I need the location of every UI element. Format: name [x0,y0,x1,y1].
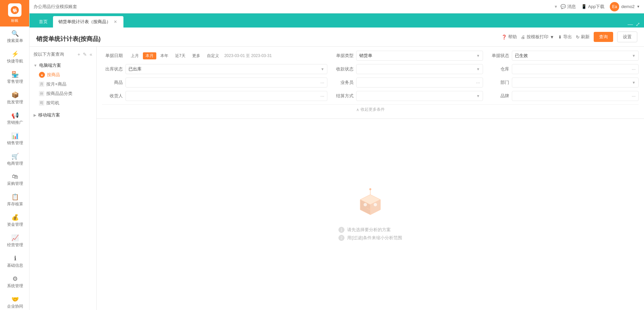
left-panel-icons: + ✎ « [77,52,92,57]
nav-icon-10: 📈 [11,234,19,242]
filter-brand-control[interactable]: ··· [512,91,639,101]
filter-doc-type-control[interactable]: 销货单 ▼ [356,51,483,61]
right-panel: 单据日期 上月本月本年近7天更多自定义 2023-03-01 至 2023-03… [97,47,644,310]
sidebar-item-4[interactable]: 📢营销推广 [6,108,23,129]
sidebar-item-11[interactable]: ℹ基础信息 [6,251,23,272]
sidebar-item-1[interactable]: ⚡快捷导航 [6,47,23,67]
filter-payment-status-control[interactable]: ▼ [356,64,483,74]
help-label: 帮助 [508,34,517,40]
filter-doc-status-arrow: ▼ [632,54,636,58]
filter-doc-type-label: 单据类型 [333,53,356,59]
svg-point-7 [364,203,367,206]
print-button[interactable]: 🖨 按模板打印 ▼ [521,34,554,40]
filter-warehouse-status-label: 出库状态 [102,66,125,72]
message-action[interactable]: 💬 消息 [560,4,576,10]
scheme-item-by-category-label: 按商品品分类 [46,91,72,97]
filter-row-3: 商品 ··· 业务员 ··· [102,78,639,88]
add-scheme-icon[interactable]: + [77,52,80,57]
sidebar-nav: 🔍搜索菜单⚡快捷导航🏪零售管理📦批发管理📢营销推广📊销售管理🛒电商管理🛍采购管理… [6,27,23,310]
scheme-group-pc: ▼ 电脑端方案 ● 按商品 月 按月+商品 分 按商品品分类 [30,59,96,109]
tab-sales-stat[interactable]: 销货单统计计表（按商品） ✕ [53,16,123,28]
filter-goods-control[interactable]: ··· [125,78,327,88]
scheme-item-by-goods-label: 按商品 [47,72,60,78]
tab-maximize-icon[interactable]: ⤢ [636,21,640,28]
filter-item-doc-status: 单据状态 已生效 ▼ [488,51,639,61]
filter-warehouse-status-control[interactable]: 已出库 ▼ [125,64,327,74]
filter-brand-dots: ··· [632,93,636,99]
sidebar-item-13[interactable]: 🤝企业协同 [6,292,23,310]
sidebar-item-10[interactable]: 📈经营管理 [6,231,23,251]
filter-item-salesperson: 业务员 ··· [333,78,483,88]
collapse-panel-icon[interactable]: « [90,52,92,57]
settings-button[interactable]: 设置 [617,32,637,42]
filter-settlement-control[interactable]: ▼ [356,91,483,101]
logo-icon: 畅 [8,3,21,17]
filter-salesperson-label: 业务员 [333,80,356,86]
filter-warehouse-control[interactable]: ··· [512,64,639,74]
scheme-item-by-goods[interactable]: ● 按商品 [30,70,96,80]
filter-doc-status-value: 已生效 [515,53,528,59]
refresh-icon: ↻ [576,35,580,40]
date-tab-近7天[interactable]: 近7天 [172,52,188,59]
scheme-group-mobile-header[interactable]: ▶ 移动端方案 [30,110,96,120]
nav-icon-7: 🛍 [12,173,18,180]
sidebar-item-8[interactable]: 📋库存核算 [6,190,23,210]
filter-department-control[interactable]: ▼ [512,78,639,88]
date-tab-自定义[interactable]: 自定义 [204,52,222,59]
scheme-item-by-driver-label: 按司机 [46,100,59,106]
left-panel: 按以下方案查询 + ✎ « ▼ 电脑端方案 ● 按商品 [30,47,97,310]
sidebar-item-3[interactable]: 📦批发管理 [6,88,23,108]
top-bar: 办公用品行业模拟账套 ▼ 💬 消息 📱 App下载 Ea demo2 ▼ [30,0,644,13]
print-label: 按模板打印 [527,34,548,40]
filter-recipient-label: 收货人 [102,93,125,99]
sidebar-item-5[interactable]: 📊销售管理 [6,129,23,149]
user-action[interactable]: Ea demo2 ▼ [610,2,640,11]
scheme-item-by-driver[interactable]: 司 按司机 [30,98,96,108]
sidebar: 畅 标账 🔍搜索菜单⚡快捷导航🏪零售管理📦批发管理📢营销推广📊销售管理🛒电商管理… [0,0,30,310]
scheme-item-by-month-goods[interactable]: 月 按月+商品 [30,80,96,89]
sidebar-item-6[interactable]: 🛒电商管理 [6,149,23,170]
sidebar-item-0[interactable]: 🔍搜索菜单 [6,27,23,47]
date-tabs: 上月本月本年近7天更多自定义 [128,52,222,59]
nav-icon-8: 📋 [11,193,19,201]
scheme-item-by-category[interactable]: 分 按商品品分类 [30,89,96,98]
date-tab-本年[interactable]: 本年 [158,52,171,59]
tab-home[interactable]: 首页 [34,16,53,28]
query-button[interactable]: 查询 [594,32,613,42]
edit-scheme-icon[interactable]: ✎ [83,52,87,57]
nav-icon-11: ℹ [14,255,16,262]
avatar: Ea [610,2,619,11]
empty-tips: 1 请先选择要分析的方案 2 用[过滤]条件来缩小分析范围 [338,227,402,241]
sidebar-item-9[interactable]: 💰资金管理 [6,210,23,231]
filter-payment-status-label: 收款状态 [333,66,356,72]
filter-item-goods: 商品 ··· [102,78,327,88]
tab-minimize-icon[interactable]: — [628,21,633,28]
print-icon: 🖨 [521,35,525,40]
date-tab-上月[interactable]: 上月 [128,52,142,59]
collapse-button[interactable]: ∧ 收起更多条件 [356,107,385,112]
scheme-group-pc-header[interactable]: ▼ 电脑端方案 [30,61,96,70]
filter-doc-status-label: 单据状态 [488,53,512,59]
app-download-action[interactable]: 📱 App下载 [581,4,604,10]
sidebar-item-2[interactable]: 🏪零售管理 [6,67,23,88]
date-tab-本月[interactable]: 本月 [143,52,156,59]
filter-doc-status-control[interactable]: 已生效 ▼ [512,51,639,61]
nav-label-12: 系统管理 [7,283,23,289]
filter-department-label: 部门 [488,80,512,86]
filter-row-1: 单据日期 上月本月本年近7天更多自定义 2023-03-01 至 2023-03… [102,51,639,61]
tab-close-icon[interactable]: ✕ [113,19,118,24]
date-tab-更多[interactable]: 更多 [190,52,203,59]
export-button[interactable]: ⬇ 导出 [558,34,572,40]
help-button[interactable]: ❓ 帮助 [501,34,517,40]
empty-illustration [354,188,387,221]
app-download-label: App下载 [588,4,604,10]
filter-salesperson-control[interactable]: ··· [356,78,483,88]
filter-recipient-dots: ··· [320,93,324,99]
filter-warehouse-dots: ··· [632,66,636,72]
top-bar-dropdown[interactable]: ▼ [554,4,558,9]
refresh-button[interactable]: ↻ 刷新 [576,34,590,40]
filter-recipient-control[interactable]: ··· [125,91,327,101]
sidebar-item-12[interactable]: ⚙系统管理 [6,272,23,292]
filter-item-department: 部门 ▼ [488,78,639,88]
sidebar-item-7[interactable]: 🛍采购管理 [6,170,23,190]
